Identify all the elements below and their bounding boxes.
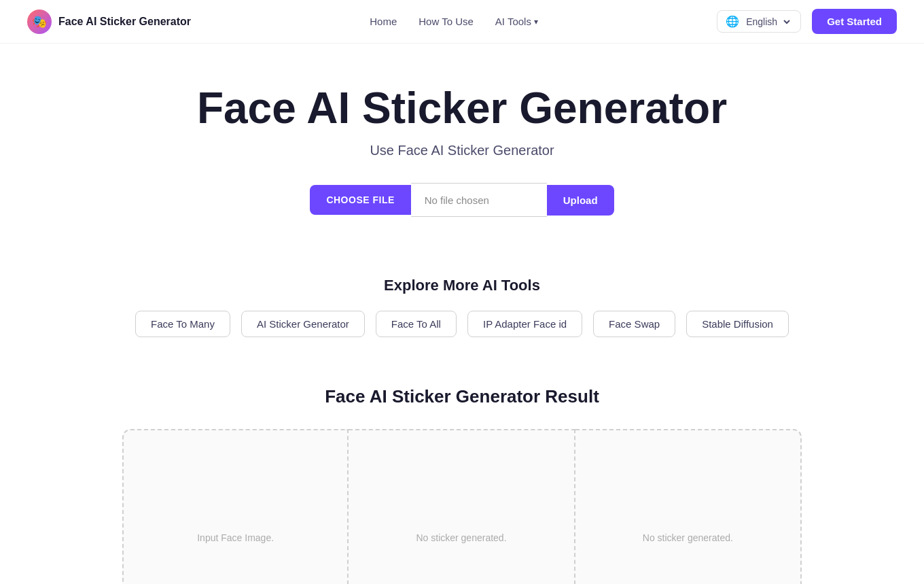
hero-subtitle: Use Face AI Sticker Generator [27, 143, 897, 158]
hero-section: Face AI Sticker Generator Use Face AI St… [0, 44, 924, 244]
language-dropdown[interactable]: English Spanish French Chinese [743, 16, 792, 28]
upload-button[interactable]: Upload [547, 185, 614, 216]
tool-tag[interactable]: IP Adapter Face id [467, 311, 582, 337]
globe-icon: 🌐 [726, 15, 739, 28]
result-card: No sticker generated. [575, 429, 802, 584]
nav-right-group: 🌐 English Spanish French Chinese Get Sta… [717, 9, 897, 34]
get-started-button[interactable]: Get Started [812, 9, 897, 34]
explore-title: Explore More AI Tools [27, 277, 897, 294]
upload-row: CHOOSE FILE No file chosen Upload [27, 183, 897, 217]
file-name-display: No file chosen [411, 183, 547, 217]
brand-name: Face AI Sticker Generator [58, 16, 191, 28]
choose-file-button[interactable]: CHOOSE FILE [310, 185, 410, 215]
nav-ai-tools[interactable]: AI Tools ▾ [495, 16, 538, 27]
brand-logo: 🎭 [27, 10, 52, 34]
tool-tag[interactable]: Face To All [376, 311, 457, 337]
nav-ai-tools-label: AI Tools [495, 16, 531, 27]
page-title: Face AI Sticker Generator [27, 84, 897, 132]
result-grid: Input Face Image.No sticker generated.No… [122, 429, 802, 584]
tool-tag[interactable]: AI Sticker Generator [241, 311, 365, 337]
tool-tag[interactable]: Face Swap [593, 311, 675, 337]
tools-row: Face To ManyAI Sticker GeneratorFace To … [27, 311, 897, 337]
chevron-down-icon: ▾ [534, 17, 538, 27]
tool-tag[interactable]: Stable Diffusion [686, 311, 789, 337]
nav-brand-group: 🎭 Face AI Sticker Generator [27, 10, 191, 34]
nav-home[interactable]: Home [370, 16, 397, 27]
tool-tag[interactable]: Face To Many [135, 311, 230, 337]
language-selector[interactable]: 🌐 English Spanish French Chinese [717, 10, 801, 33]
result-title: Face AI Sticker Generator Result [27, 386, 897, 407]
nav-links: Home How To Use AI Tools ▾ [370, 16, 538, 27]
result-card: Input Face Image. [122, 429, 349, 584]
explore-section: Explore More AI Tools Face To ManyAI Sti… [0, 244, 924, 359]
navbar: 🎭 Face AI Sticker Generator Home How To … [0, 0, 924, 44]
result-section: Face AI Sticker Generator Result Input F… [0, 359, 924, 584]
nav-how-to-use[interactable]: How To Use [419, 16, 474, 27]
result-card: No sticker generated. [349, 429, 575, 584]
